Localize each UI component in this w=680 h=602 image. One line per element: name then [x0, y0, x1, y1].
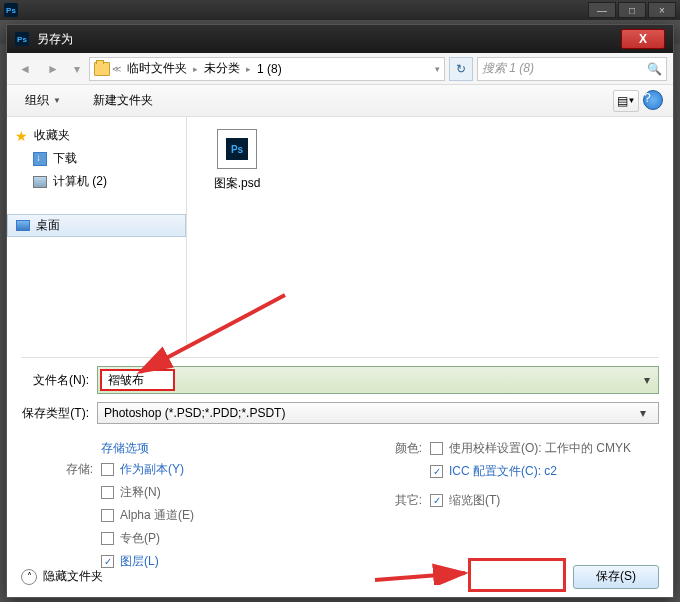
- save-as-dialog: Ps 另存为 X ◄ ► ▾ ≪ 临时文件夹 ▸ 未分类 ▸ 1 (8) ▾ ↻…: [6, 24, 674, 598]
- chevron-right-icon: ▸: [193, 64, 198, 74]
- computer-label: 计算机 (2): [53, 173, 107, 190]
- dialog-titlebar[interactable]: Ps 另存为 X: [7, 25, 673, 53]
- filename-label: 文件名(N):: [21, 372, 97, 389]
- ps-app-icon: Ps: [4, 3, 18, 17]
- downloads-label: 下载: [53, 150, 77, 167]
- download-icon: [33, 152, 47, 166]
- file-name: 图案.psd: [199, 175, 275, 192]
- search-input[interactable]: 搜索 1 (8) 🔍: [477, 57, 667, 81]
- sidebar-computer[interactable]: 计算机 (2): [7, 171, 186, 192]
- desktop-icon: [16, 220, 30, 231]
- breadcrumb-seg1[interactable]: 临时文件夹: [123, 60, 191, 77]
- folder-icon: [94, 62, 110, 76]
- sidebar-favorites[interactable]: ★ 收藏夹: [7, 125, 186, 146]
- organize-button[interactable]: 组织 ▼: [17, 88, 69, 113]
- ps-titlebar: Ps — □ ×: [0, 0, 680, 20]
- refresh-button[interactable]: ↻: [449, 57, 473, 81]
- new-folder-button[interactable]: 新建文件夹: [85, 88, 161, 113]
- chevron-right-icon: ≪: [112, 64, 121, 74]
- sidebar-desktop[interactable]: 桌面: [7, 214, 186, 237]
- alpha-checkbox[interactable]: Alpha 通道(E): [101, 507, 330, 524]
- filetype-dropdown-icon: ▾: [634, 406, 652, 420]
- filetype-value: Photoshop (*.PSD;*.PDD;*.PSDT): [104, 406, 285, 420]
- new-folder-label: 新建文件夹: [93, 92, 153, 109]
- ps-dialog-icon: Ps: [15, 32, 29, 46]
- nav-forward-button[interactable]: ►: [41, 57, 65, 81]
- chevron-up-icon: ˄: [21, 569, 37, 585]
- help-button[interactable]: ?: [643, 90, 663, 110]
- breadcrumb[interactable]: ≪ 临时文件夹 ▸ 未分类 ▸ 1 (8) ▾: [89, 57, 445, 81]
- hide-folders-label: 隐藏文件夹: [43, 568, 103, 585]
- icc-profile-checkbox[interactable]: ICC 配置文件(C): c2: [430, 463, 659, 480]
- save-button[interactable]: 保存(S): [573, 565, 659, 589]
- minimize-button[interactable]: —: [588, 2, 616, 18]
- color-label: 颜色:: [350, 440, 430, 457]
- filetype-select[interactable]: Photoshop (*.PSD;*.PDD;*.PSDT) ▾: [97, 402, 659, 424]
- notes-checkbox[interactable]: 注释(N): [101, 484, 330, 501]
- computer-icon: [33, 176, 47, 188]
- sidebar-downloads[interactable]: 下载: [7, 148, 186, 169]
- search-icon: 🔍: [647, 62, 662, 76]
- spot-checkbox[interactable]: 专色(P): [101, 530, 330, 547]
- close-button[interactable]: ×: [648, 2, 676, 18]
- desktop-label: 桌面: [36, 217, 60, 234]
- hide-folders-toggle[interactable]: ˄ 隐藏文件夹: [21, 568, 103, 585]
- sidebar: ★ 收藏夹 下载 计算机 (2) 桌面: [7, 117, 187, 347]
- as-copy-checkbox[interactable]: 作为副本(Y): [101, 461, 330, 478]
- favorites-label: 收藏夹: [34, 127, 70, 144]
- file-item[interactable]: Ps 图案.psd: [199, 129, 275, 192]
- file-list[interactable]: Ps 图案.psd: [187, 117, 673, 347]
- search-placeholder: 搜索 1 (8): [482, 60, 534, 77]
- store-label: 存储:: [21, 461, 101, 478]
- thumbnail-checkbox[interactable]: 缩览图(T): [430, 492, 659, 509]
- breadcrumb-seg3[interactable]: 1 (8): [253, 62, 286, 76]
- breadcrumb-dropdown-icon[interactable]: ▾: [435, 64, 440, 74]
- view-mode-button[interactable]: ▤ ▼: [613, 90, 639, 112]
- dialog-close-button[interactable]: X: [621, 29, 665, 49]
- store-options-link[interactable]: 存储选项: [21, 436, 330, 461]
- organize-label: 组织: [25, 92, 49, 109]
- psd-file-icon: Ps: [217, 129, 257, 169]
- filename-dropdown-icon[interactable]: ▾: [638, 373, 656, 387]
- filetype-label: 保存类型(T):: [21, 405, 97, 422]
- chevron-right-icon: ▸: [246, 64, 251, 74]
- other-label: 其它:: [350, 492, 430, 509]
- filename-combo[interactable]: ▾: [97, 366, 659, 394]
- dialog-title: 另存为: [37, 31, 73, 48]
- chevron-down-icon: ▼: [53, 96, 61, 105]
- nav-history-dropdown[interactable]: ▾: [69, 57, 85, 81]
- nav-back-button[interactable]: ◄: [13, 57, 37, 81]
- proof-setup-checkbox[interactable]: 使用校样设置(O): 工作中的 CMYK: [430, 440, 659, 457]
- maximize-button[interactable]: □: [618, 2, 646, 18]
- filename-input[interactable]: [100, 369, 175, 391]
- star-icon: ★: [15, 128, 28, 144]
- breadcrumb-seg2[interactable]: 未分类: [200, 60, 244, 77]
